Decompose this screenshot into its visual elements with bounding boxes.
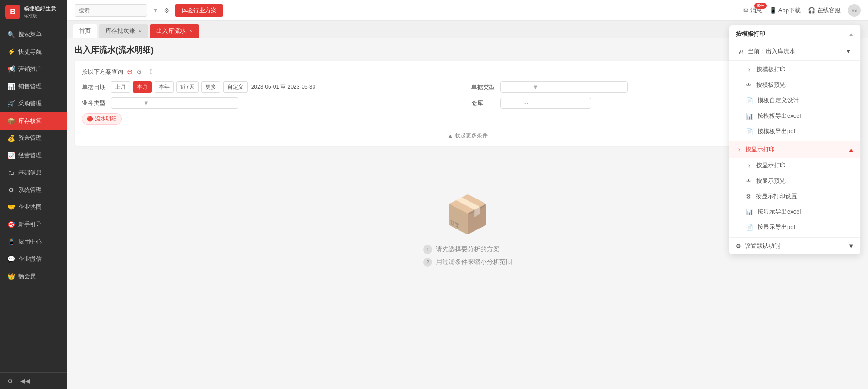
dropdown-close-icon[interactable]: ▲: [848, 31, 854, 38]
date-btn-more[interactable]: 更多: [201, 81, 220, 93]
display-section-label: 🖨按显示打印: [736, 145, 775, 154]
business-type-label: 业务类型: [82, 99, 107, 107]
shortcut-nav-label: 快捷导航: [18, 48, 42, 56]
sidebar-item-guide[interactable]: 🎯新手引导: [0, 216, 67, 233]
date-btn-custom[interactable]: 自定义: [223, 81, 248, 93]
display_export_pdf-label: 按显示导出pdf: [758, 223, 795, 231]
sidebar-item-system[interactable]: ⚙系统管理: [0, 181, 67, 199]
app-name: 畅捷通好生意: [24, 5, 56, 13]
sidebar-item-shortcut[interactable]: ⚡快捷导航: [0, 43, 67, 60]
template_custom-icon: 📄: [746, 97, 753, 104]
basic-nav-label: 基础信息: [18, 169, 42, 177]
message-btn[interactable]: ✉ 消息 99+: [743, 6, 762, 15]
template_export_pdf-icon: 📄: [746, 128, 753, 135]
dropdown-display-display_preview[interactable]: 👁按显示预览: [729, 173, 860, 189]
search-input[interactable]: [75, 4, 147, 17]
dropdown-current[interactable]: 🖨当前：出入库流水▼: [729, 43, 860, 60]
doc-type-select[interactable]: ▼: [500, 81, 628, 93]
empty-icon: 📦: [445, 193, 490, 236]
user-name: Rit: [851, 8, 857, 13]
sidebar-item-wechat[interactable]: 💬企业微信: [0, 250, 67, 268]
dropdown-section-display[interactable]: 🖨按显示打印▲: [729, 141, 860, 158]
template_print-label: 按模板打印: [756, 65, 786, 74]
sidebar-item-purchase[interactable]: 🛒采购管理: [0, 95, 67, 112]
warehouse-select[interactable]: ···: [500, 98, 591, 109]
filter-tag[interactable]: 🔴 流水明细: [82, 113, 122, 125]
sidebar-nav: 🔍搜索菜单⚡快捷导航📢营销推广📊销售管理🛒采购管理📦库存核算💰资金管理📈经营管理…: [0, 24, 67, 372]
tab-home[interactable]: 首页: [73, 24, 97, 38]
sidebar-item-basic[interactable]: 🗂基础信息: [0, 164, 67, 181]
inventory-nav-icon: 📦: [7, 117, 15, 125]
funds-nav-label: 资金管理: [18, 134, 42, 142]
display_preview-label: 按显示预览: [756, 177, 786, 185]
date-btn-current_year[interactable]: 本年: [155, 81, 174, 93]
headset-icon: 🎧: [808, 7, 815, 14]
current-chevron: ▼: [845, 48, 851, 55]
display_print_settings-label: 按显示打印设置: [756, 192, 797, 200]
tab-batch[interactable]: 库存批次账✕: [99, 24, 148, 38]
date-btn-last7[interactable]: 近7天: [176, 81, 199, 93]
search-nav-icon: 🔍: [7, 31, 15, 38]
app-version: 标准版: [24, 13, 56, 19]
date-btn-current_month[interactable]: 本月: [133, 81, 152, 93]
display-section-icon: 🖨: [736, 146, 742, 153]
tab-flow[interactable]: 出入库流水✕: [150, 24, 199, 38]
sidebar-item-appstore[interactable]: 📱应用中心: [0, 233, 67, 250]
sidebar-item-funds[interactable]: 💰资金管理: [0, 130, 67, 147]
app-download-btn[interactable]: 📱 App下载: [769, 6, 801, 15]
collapse-label: 收起更多条件: [455, 132, 488, 140]
sidebar-item-sales[interactable]: 📊销售管理: [0, 78, 67, 95]
search-chevron-icon[interactable]: ▼: [153, 7, 158, 14]
filter-add-icon[interactable]: ⊕: [127, 67, 133, 76]
dropdown-item-template_export_excel[interactable]: 📊按模板导出excel: [729, 108, 860, 124]
wechat-nav-label: 企业微信: [18, 255, 42, 263]
app-logo: B: [5, 5, 20, 19]
enterprise-nav-label: 企业协同: [18, 203, 42, 211]
dropdown-item-template_preview[interactable]: 👁按模板预览: [729, 77, 860, 93]
dropdown-display-display_export_pdf[interactable]: 📄按显示导出pdf: [729, 219, 860, 235]
display_export_excel-label: 按显示导出excel: [758, 208, 801, 216]
footer-chevron: ▼: [848, 243, 854, 249]
collapse-sidebar-icon[interactable]: ◀◀: [20, 377, 30, 384]
settings-footer-icon[interactable]: ⚙: [7, 377, 13, 384]
marketing-nav-icon: 📢: [7, 65, 15, 73]
shortcut-nav-icon: ⚡: [7, 48, 15, 55]
dropdown-item-template_export_pdf[interactable]: 📄按模板导出pdf: [729, 124, 860, 139]
sidebar-item-vip[interactable]: 👑畅会员: [0, 268, 67, 285]
dropdown-item-template_print[interactable]: 🖨按模板打印: [729, 62, 860, 77]
tab-label-batch: 库存批次账: [105, 27, 135, 35]
sidebar-item-marketing[interactable]: 📢营销推广: [0, 60, 67, 78]
warehouse-label: 仓库: [471, 99, 497, 107]
dropdown-display-display_export_excel[interactable]: 📊按显示导出excel: [729, 204, 860, 219]
filter-settings-icon[interactable]: ⚙: [136, 68, 142, 75]
online-service-btn[interactable]: 🎧 在线客服: [808, 6, 841, 15]
display_print-icon: 🖨: [746, 162, 752, 169]
dropdown-footer[interactable]: ⚙设置默认功能▼: [729, 237, 860, 254]
collapse-btn[interactable]: ▲ 收起更多条件: [448, 129, 488, 140]
date-btn-prev_month[interactable]: 上月: [111, 81, 130, 93]
tab-close-batch[interactable]: ✕: [138, 28, 142, 34]
display_print-label: 按显示打印: [756, 161, 786, 170]
sidebar-item-search[interactable]: 🔍搜索菜单: [0, 26, 67, 43]
dropdown-header: 按模板打印▲: [729, 25, 860, 43]
doc-type-label: 单据类型: [471, 83, 497, 91]
filter-collapse-icon[interactable]: 《: [146, 68, 152, 76]
avatar[interactable]: Rit: [848, 4, 861, 17]
topbar-right: ✉ 消息 99+ 📱 App下载 🎧 在线客服 Rit: [743, 4, 861, 17]
industry-btn[interactable]: 体验行业方案: [175, 4, 223, 17]
business-type-chevron: ▼: [143, 100, 149, 106]
dropdown-item-template_custom[interactable]: 📄模板自定义设计: [729, 93, 860, 108]
collapse-up-icon: ▲: [448, 133, 453, 139]
business-type-select[interactable]: ▼: [111, 97, 238, 109]
page-title: 出入库流水(流水明细): [75, 45, 154, 55]
template_preview-label: 按模板预览: [756, 81, 786, 89]
dropdown-display-display_print[interactable]: 🖨按显示打印: [729, 158, 860, 173]
sidebar-item-enterprise[interactable]: 🤝企业协同: [0, 199, 67, 216]
display_preview-icon: 👁: [746, 178, 752, 185]
tag-label: 流水明细: [95, 115, 117, 123]
sidebar-item-inventory[interactable]: 📦库存核算: [0, 112, 67, 130]
sidebar-item-operations[interactable]: 📈经营管理: [0, 147, 67, 164]
dropdown-display-display_print_settings[interactable]: ⚙按显示打印设置: [729, 189, 860, 204]
tab-close-flow[interactable]: ✕: [189, 28, 193, 34]
settings-icon[interactable]: ⚙: [164, 7, 170, 14]
